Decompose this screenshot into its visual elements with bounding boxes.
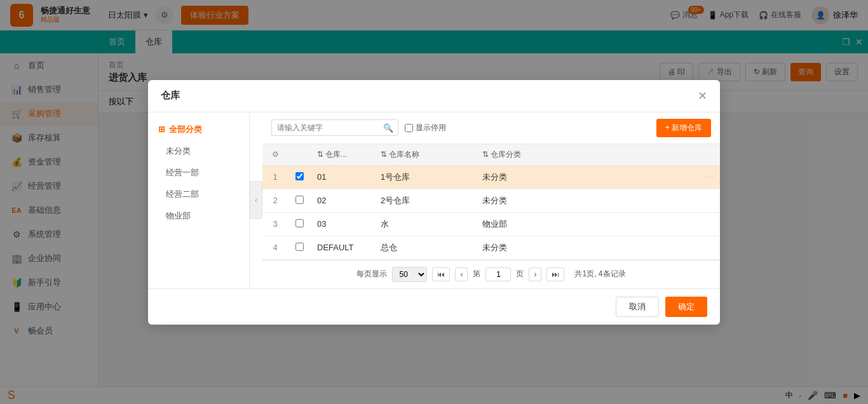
row-checkbox-cell[interactable] xyxy=(288,212,311,236)
row-name: 1号仓库 xyxy=(374,165,476,189)
warehouse-table: ⚙ ⇅ 仓库... ⇅ 仓库名称 xyxy=(262,144,720,260)
dialog-close-button[interactable]: ✕ xyxy=(698,89,707,103)
row-num: 1 xyxy=(262,165,288,189)
cat-item-unclassified[interactable]: 未分类 xyxy=(148,140,249,162)
row-code: 02 xyxy=(311,189,374,212)
grid-icon: ⊞ xyxy=(158,125,165,134)
collapse-panel-button[interactable]: ‹ xyxy=(250,181,262,219)
dialog-footer: 取消 确定 xyxy=(148,288,720,325)
sort-icon-cat: ⇅ xyxy=(482,150,489,159)
col-header-checkbox xyxy=(288,144,311,166)
category-panel: ⊞ 全部分类 未分类 经营一部 经营二部 物业部 xyxy=(148,112,250,288)
per-page-label: 每页显示 xyxy=(356,269,387,279)
content-toolbar: 🔍 显示停用 + 新增仓库 xyxy=(262,112,720,144)
row-code: DEFAULT xyxy=(311,236,374,259)
page-input[interactable] xyxy=(485,267,511,281)
total-info: 共1页, 4条记录 xyxy=(574,269,625,279)
table-row[interactable]: 1 01 1号仓库 未分类··· xyxy=(262,165,720,189)
cancel-button[interactable]: 取消 xyxy=(616,297,659,317)
row-name: 水 xyxy=(374,212,476,236)
row-code: 03 xyxy=(311,212,374,236)
row-checkbox[interactable] xyxy=(295,196,304,204)
table-row[interactable]: 2 02 2号仓库 未分类 xyxy=(262,189,720,212)
col-header-category: ⇅ 仓库分类 xyxy=(476,144,720,166)
row-num: 3 xyxy=(262,212,288,236)
row-name: 2号仓库 xyxy=(374,189,476,212)
dialog-header: 仓库 ✕ xyxy=(148,80,720,112)
table-row[interactable]: 4 DEFAULT 总仓 未分类 xyxy=(262,236,720,259)
search-input[interactable] xyxy=(271,119,398,136)
page-label: 第 xyxy=(473,269,480,279)
prev-page-button[interactable]: ‹ xyxy=(455,267,468,281)
row-num: 4 xyxy=(262,236,288,259)
row-checkbox-cell[interactable] xyxy=(288,189,311,212)
warehouse-dialog: 仓库 ✕ ⊞ 全部分类 未分类 经营一部 经营二部 xyxy=(148,80,720,325)
row-checkbox-cell[interactable] xyxy=(288,165,311,189)
row-checkbox[interactable] xyxy=(295,219,304,227)
row-name: 总仓 xyxy=(374,236,476,259)
row-dots[interactable]: ··· xyxy=(707,172,714,181)
row-code: 01 xyxy=(311,165,374,189)
row-num: 2 xyxy=(262,189,288,212)
modal-overlay: 仓库 ✕ ⊞ 全部分类 未分类 经营一部 经营二部 xyxy=(0,0,868,404)
add-warehouse-button[interactable]: + 新增仓库 xyxy=(656,119,711,137)
cat-item-ops2[interactable]: 经营二部 xyxy=(148,184,249,205)
row-category: 未分类··· xyxy=(476,165,720,189)
content-panel: 🔍 显示停用 + 新增仓库 ⚙ xyxy=(262,112,720,288)
all-category-label: 全部分类 xyxy=(169,124,202,135)
dialog-title: 仓库 xyxy=(161,90,180,102)
row-category: 未分类 xyxy=(476,236,720,259)
next-page-button[interactable]: › xyxy=(529,267,541,281)
table-row[interactable]: 3 03 水 物业部 xyxy=(262,212,720,236)
last-page-button[interactable]: ⏭ xyxy=(546,267,564,281)
row-checkbox[interactable] xyxy=(295,243,304,251)
dialog-body: ⊞ 全部分类 未分类 经营一部 经营二部 物业部 ‹ xyxy=(148,112,720,288)
warehouse-data-table: ⚙ ⇅ 仓库... ⇅ 仓库名称 xyxy=(262,144,720,260)
show-disabled-label: 显示停用 xyxy=(416,123,446,133)
show-disabled-checkbox[interactable] xyxy=(405,124,413,132)
row-category: 未分类 xyxy=(476,189,720,212)
row-checkbox[interactable] xyxy=(295,172,304,180)
sort-icon: ⇅ xyxy=(317,150,323,159)
search-wrap: 🔍 xyxy=(271,119,398,136)
first-page-button[interactable]: ⏮ xyxy=(432,267,450,281)
col-header-num: ⚙ xyxy=(262,144,288,166)
all-category[interactable]: ⊞ 全部分类 xyxy=(148,119,249,140)
chevron-left-icon: ‹ xyxy=(255,196,257,205)
col-header-code: ⇅ 仓库... xyxy=(311,144,374,166)
pagination: 每页显示 50 100 ⏮ ‹ 第 页 › ⏭ 共1页, 4条记录 xyxy=(262,260,720,288)
confirm-button[interactable]: 确定 xyxy=(665,297,707,317)
show-disabled-toggle[interactable]: 显示停用 xyxy=(405,123,446,133)
cat-item-ops1[interactable]: 经营一部 xyxy=(148,162,249,184)
per-page-select[interactable]: 50 100 xyxy=(392,267,427,282)
table-header-row: ⚙ ⇅ 仓库... ⇅ 仓库名称 xyxy=(262,144,720,166)
row-checkbox-cell[interactable] xyxy=(288,236,311,259)
col-header-name: ⇅ 仓库名称 xyxy=(374,144,476,166)
page-unit: 页 xyxy=(516,269,524,279)
cat-item-property[interactable]: 物业部 xyxy=(148,205,249,227)
search-icon[interactable]: 🔍 xyxy=(383,123,393,133)
sort-icon-name: ⇅ xyxy=(381,150,387,159)
row-category: 物业部 xyxy=(476,212,720,236)
